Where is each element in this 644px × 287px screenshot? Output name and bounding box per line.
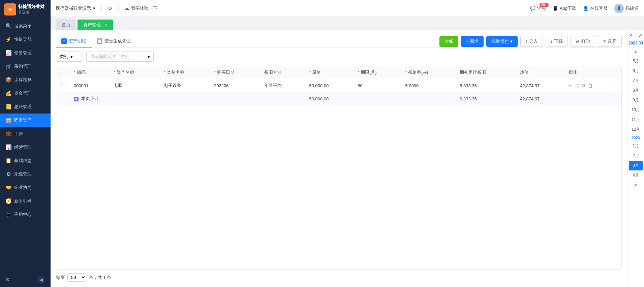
month-item-6[interactable]: 6月	[627, 66, 644, 76]
category-placeholder: 请选择固定资产类别	[90, 54, 129, 60]
content-area: ≡ 资产明细 📄 变更生成凭证 对账 + 新增 批量操作 ▾	[51, 30, 644, 287]
sidebar-item-app-center[interactable]: 📱 应用中心	[0, 208, 51, 221]
sidebar-item-quick-nav[interactable]: ⚡ 快捷导航	[0, 33, 51, 46]
month-item-7[interactable]: 7月	[627, 76, 644, 86]
refresh-btn[interactable]: ↻ 刷新	[598, 36, 622, 47]
month-item-5[interactable]: 5月	[627, 56, 644, 66]
company-selector[interactable]: 医疗器械行业演示 ▾	[56, 5, 95, 11]
avatar: 👤	[614, 4, 624, 13]
edit-icon[interactable]: ✏	[569, 83, 573, 88]
batch-btn[interactable]: 批量操作 ▾	[486, 36, 518, 47]
month-item-3[interactable]: 3月	[629, 161, 643, 170]
total-text: 条，共 1 条	[89, 275, 111, 281]
sidebar-item-inventory[interactable]: 📦 库存核算	[0, 73, 51, 87]
message-badge: 99+	[540, 3, 549, 7]
month-item-10[interactable]: 10月	[627, 105, 644, 115]
reconcile-label: 对账	[444, 38, 453, 44]
month-item-8[interactable]: 8月	[627, 86, 644, 95]
subtotal-original-value: 50,000.00	[305, 92, 354, 105]
sidebar-item-fixed-assets[interactable]: 🏢 固定资产	[0, 114, 51, 127]
month-item-12[interactable]: 12月	[627, 125, 644, 134]
sidebar-item-system[interactable]: ⚙ 系统管理	[0, 167, 51, 181]
sidebar-collapse-btn[interactable]: ◀	[37, 276, 45, 284]
year2-label: 2023	[632, 134, 640, 141]
delete-icon[interactable]: 🗑	[588, 83, 593, 88]
sidebar-item-payroll[interactable]: 💼 工资	[0, 127, 51, 140]
row-checkbox[interactable]	[61, 83, 65, 87]
scroll-up-btn[interactable]: ▲	[632, 47, 640, 56]
td-original-value: 50,000.00	[305, 79, 354, 92]
per-page-select[interactable]: 50 10 20 100	[67, 273, 86, 282]
sidebar-item-purchase[interactable]: 🛒 采购管理	[0, 60, 51, 73]
panel-close-btn[interactable]: ✕	[629, 33, 633, 38]
sub-tab-voucher[interactable]: 📄 变更生成凭证	[92, 35, 136, 47]
month-item-9[interactable]: 9月	[627, 95, 644, 105]
subtotal-net-value: 42,874.97	[516, 92, 564, 105]
sidebar-item-general-ledger[interactable]: 📒 总账管理	[0, 100, 51, 114]
app-center-icon: 📱	[5, 212, 11, 218]
month-item-1[interactable]: 1月	[627, 141, 644, 151]
sidebar-logo: 畅 畅捷通好业财 普及版	[0, 0, 51, 19]
td-depreciation-method: 年限平均	[260, 79, 305, 92]
sidebar-label-funds: 资金管理	[14, 90, 32, 96]
copy-icon[interactable]: ⬡	[575, 83, 579, 88]
batch-arrow-icon: ▾	[510, 39, 513, 44]
sidebar-item-guide[interactable]: 🧭 新手引导	[0, 194, 51, 208]
category-type-select[interactable]: 类别 ▾	[56, 52, 83, 62]
sidebar-label-fixed-assets: 固定资产	[14, 117, 32, 123]
sidebar-item-enterprise[interactable]: 🤝 企业协同	[0, 181, 51, 194]
enterprise-icon: 🤝	[5, 185, 11, 191]
import-btn[interactable]: ↑ 导入	[520, 36, 543, 47]
tab-home-label: 首页	[62, 22, 70, 27]
subtotal-icon: ■	[74, 97, 79, 101]
month-item-11[interactable]: 11月	[627, 115, 644, 125]
print-label: 打印	[581, 38, 590, 44]
subtotal-label-cell: ■ 本页小计：	[70, 92, 305, 105]
th-category: 类别名称	[160, 66, 210, 79]
print-btn[interactable]: 🖨 打印	[571, 36, 595, 47]
sidebar-item-basic-info[interactable]: 📋 基础信息	[0, 154, 51, 167]
subtotal-empty-residual	[401, 92, 456, 105]
category-select[interactable]: 请选择固定资产类别 ▾	[86, 52, 154, 62]
reconcile-btn[interactable]: 对账	[439, 36, 458, 47]
experience-btn[interactable]: ☁ 我要体验一下	[125, 5, 157, 11]
company-name: 医疗器械行业演示	[56, 5, 91, 11]
asset-table-wrap: 编码 资产名称 类别名称 购买日期 折旧方法 原值 期限(月) 残值率(%) 期…	[56, 66, 622, 270]
sidebar-scroll: 🔍 搜索菜单 ⚡ 快捷导航 📈 销售管理 🛒 采购管理 📦 库存核算 💰 资金管…	[0, 19, 51, 272]
td-name: 电脑	[110, 79, 160, 92]
tab-asset-management[interactable]: 资产管理 ✕	[78, 20, 113, 30]
td-residual-rate: 5.0000	[401, 79, 456, 92]
tab-home[interactable]: 首页	[56, 20, 76, 30]
td-period-months: 60	[354, 79, 401, 92]
panel-expand-btn[interactable]: ⤢	[639, 33, 643, 38]
scroll-down-btn[interactable]: ▼	[632, 181, 640, 189]
month-item-4[interactable]: 4月	[627, 170, 644, 180]
sidebar-label-search: 搜索菜单	[14, 23, 32, 29]
asset-table: 编码 资产名称 类别名称 购买日期 折旧方法 原值 期限(月) 残值率(%) 期…	[56, 66, 621, 105]
sidebar-item-search[interactable]: 🔍 搜索菜单	[0, 19, 51, 33]
sub-tab-asset-detail[interactable]: ≡ 资产明细	[56, 35, 92, 47]
online-service-btn[interactable]: 👤 在线客服	[583, 5, 608, 11]
sidebar-label-app-center: 应用中心	[14, 212, 32, 218]
sidebar-item-sales[interactable]: 📈 销售管理	[0, 46, 51, 60]
quick-nav-icon: ⚡	[5, 36, 11, 42]
tab-close-icon[interactable]: ✕	[104, 23, 107, 27]
sidebar-item-funds[interactable]: 💰 资金管理	[0, 87, 51, 100]
duplicate-icon[interactable]: ⧉	[582, 83, 585, 89]
message-btn[interactable]: 💬 消息 99+	[530, 5, 546, 11]
refresh-label: 刷新	[608, 38, 617, 44]
message-icon: 💬	[530, 6, 535, 11]
month-item-2[interactable]: 2月	[627, 151, 644, 161]
sidebar-item-operations[interactable]: 📊 经营管理	[0, 140, 51, 154]
th-name: 资产名称	[110, 66, 160, 79]
settings-bottom-icon[interactable]: ⚙	[5, 277, 10, 283]
app-download-btn[interactable]: 📱 App下载	[553, 5, 576, 11]
user-menu-btn[interactable]: 👤 畅捷通	[614, 4, 639, 13]
select-all-checkbox[interactable]	[61, 70, 65, 74]
download-btn[interactable]: ↓ 下载	[546, 36, 568, 47]
settings-icon[interactable]: ⚙	[108, 5, 112, 11]
subtotal-empty-action	[564, 92, 621, 105]
purchase-icon: 🛒	[5, 63, 11, 69]
new-btn[interactable]: + 新增	[461, 36, 484, 47]
subtotal-empty-checkbox	[56, 92, 70, 105]
